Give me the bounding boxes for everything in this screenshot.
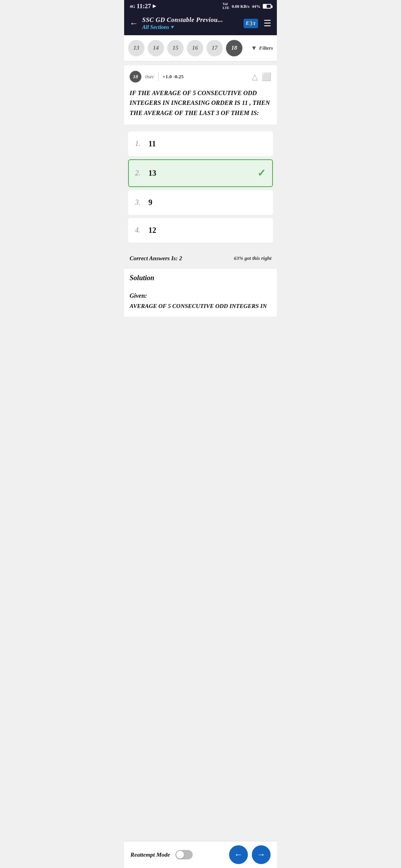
time-text: 11:27 <box>137 3 151 10</box>
status-bar: 4G 11:27 ▶ VolLTE 0.00 KB/s 44% <box>124 0 277 13</box>
option-3-num: 3. <box>135 198 143 207</box>
filter-button[interactable]: ▼ Filters <box>251 45 273 52</box>
battery-percent: 44% <box>252 4 260 9</box>
t-letter: T <box>253 21 256 26</box>
option-4[interactable]: 4. 12 <box>128 218 273 243</box>
data-speed: 0.00 KB/s <box>232 4 249 9</box>
header-icons: E 3 T ☰ <box>244 18 271 29</box>
app-title: SSC GD Constable Previou... <box>142 16 240 23</box>
header-title-area: SSC GD Constable Previou... All Sections… <box>142 16 240 31</box>
signal-text: 4G <box>130 4 135 9</box>
meta-icons: △ ⬜ <box>252 72 271 81</box>
battery-icon <box>263 4 271 9</box>
option-1-num: 1. <box>135 140 143 148</box>
nav-num-16[interactable]: 16 <box>187 40 203 56</box>
option-2-num: 2. <box>135 169 143 177</box>
header: ← SSC GD Constable Previou... All Sectio… <box>124 13 277 35</box>
status-left: 4G 11:27 ▶ <box>130 3 156 10</box>
back-button[interactable]: ← <box>130 18 138 29</box>
question-time: 0sec <box>145 74 154 80</box>
percentage-text: 63% got this right <box>234 255 271 261</box>
filter-label: Filters <box>259 45 273 51</box>
given-title: Given: <box>130 292 271 299</box>
question-number-badge: 18 <box>130 71 141 83</box>
option-4-text: 12 <box>148 226 266 235</box>
option-3-text: 9 <box>148 198 266 207</box>
nav-num-14[interactable]: 14 <box>148 40 164 56</box>
play-icon: ▶ <box>153 4 156 9</box>
given-section: Given: Average of 5 consecutive odd inte… <box>124 288 277 317</box>
option-1-text: 11 <box>148 139 266 148</box>
question-score: +1.0 -0.25 <box>163 74 184 80</box>
meta-divider <box>158 72 159 81</box>
filter-icon: ▼ <box>251 45 257 52</box>
status-right: VolLTE 0.00 KB/s 44% <box>223 2 271 10</box>
question-section: 18 0sec +1.0 -0.25 △ ⬜ If the average of… <box>124 65 277 124</box>
alert-icon[interactable]: △ <box>252 72 258 81</box>
solution-section: Solution <box>124 268 277 288</box>
correct-answer-text: Correct Answers Is: 2 <box>130 255 182 262</box>
answer-info: Correct Answers Is: 2 63% got this right <box>124 250 277 268</box>
correct-check-icon: ✓ <box>257 167 266 179</box>
bookmark-icon[interactable]: ⬜ <box>262 72 271 81</box>
nav-num-15[interactable]: 15 <box>167 40 184 56</box>
three-letter: 3 <box>249 20 253 27</box>
section-label: All Sections <box>142 24 169 31</box>
options-section: 1. 11 2. 13 ✓ 3. 9 4. 12 <box>124 124 277 250</box>
option-4-num: 4. <box>135 226 143 234</box>
option-2-text: 13 <box>148 169 252 178</box>
chevron-down-icon: ▾ <box>171 24 173 30</box>
option-1[interactable]: 1. 11 <box>128 131 273 156</box>
option-2[interactable]: 2. 13 ✓ <box>128 159 273 187</box>
given-text: Average of 5 consecutive odd integers in <box>130 302 271 311</box>
question-text: If the average of 5 consecutive odd inte… <box>130 88 271 118</box>
question-meta: 18 0sec +1.0 -0.25 △ ⬜ <box>130 71 271 83</box>
e-letter: E <box>246 20 249 26</box>
option-3[interactable]: 3. 9 <box>128 190 273 215</box>
number-navigation: 13 14 15 16 17 18 ▼ Filters <box>124 35 277 61</box>
nav-num-13[interactable]: 13 <box>128 40 145 56</box>
solution-title: Solution <box>130 274 271 282</box>
vol-lte: VolLTE <box>223 2 229 10</box>
e3t-icon[interactable]: E 3 T <box>244 19 258 28</box>
menu-button[interactable]: ☰ <box>264 18 271 29</box>
section-selector[interactable]: All Sections ▾ <box>142 24 240 31</box>
nav-num-18[interactable]: 18 <box>226 40 242 56</box>
nav-num-17[interactable]: 17 <box>206 40 223 56</box>
